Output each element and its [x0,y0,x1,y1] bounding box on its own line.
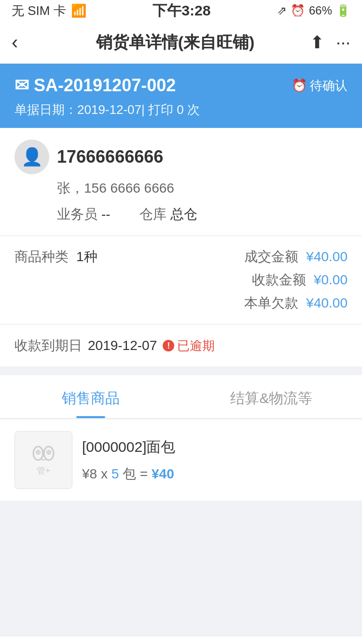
status-left: 无 SIM 卡 📶 [12,2,86,19]
avatar-icon: 👤 [21,147,43,167]
product-section: 管+ [0000002]面包 ¥8 x 5 包 = ¥40 [0,420,362,501]
tab-settlement[interactable]: 结算&物流等 [181,375,362,418]
location-icon: ⇗ [277,4,287,17]
svg-point-5 [48,451,50,453]
section-divider [0,367,362,375]
owed-row: 本单欠款 ¥40.00 [244,294,348,312]
warehouse-value: 总仓 [170,205,197,224]
overdue-badge: ! 已逾期 [163,337,215,354]
status-time: 下午3:28 [153,1,210,21]
bottom-button-area: 旺铺订单确认 [0,636,362,644]
product-type-label: 商品种类 [14,248,69,266]
amount-value: ¥40.00 [306,249,348,265]
received-label: 收款金额 [252,271,306,289]
due-section: 收款到期日 2019-12-07 ! 已逾期 [0,325,362,366]
tabs-container: 销售商品 结算&物流等 [0,375,362,419]
svg-point-4 [37,451,39,453]
product-price: ¥8 x 5 包 = ¥40 [82,465,348,483]
tab-products[interactable]: 销售商品 [0,375,181,418]
product-name: [0000002]面包 [82,437,348,457]
product-info: [0000002]面包 ¥8 x 5 包 = ¥40 [82,437,348,483]
customer-contact: 张，156 6666 6666 [14,179,348,197]
owed-value: ¥40.00 [306,295,348,311]
product-image: 管+ [14,431,72,489]
status-right: ⇗ ⏰ 66% 🔋 [277,4,350,17]
clock-icon: ⏰ [292,78,307,93]
salesman-meta: 业务员 -- [57,205,111,224]
page-title: 销货单详情(来自旺铺) [41,31,310,54]
customer-section: 👤 17666666666 张，156 6666 6666 业务员 -- 仓库 … [0,128,362,235]
received-row: 收款金额 ¥0.00 [252,271,348,289]
order-status: ⏰ 待确认 [292,77,348,94]
order-banner-top: ✉ SA-20191207-002 ⏰ 待确认 [14,75,348,96]
owed-label: 本单欠款 [244,294,298,312]
warehouse-meta: 仓库 总仓 [139,205,197,224]
wifi-icon: 📶 [71,3,86,18]
status-bar: 无 SIM 卡 📶 下午3:28 ⇗ ⏰ 66% 🔋 [0,0,362,21]
nav-actions: ⬆ ··· [310,32,350,53]
product-qty: 5 [111,466,119,481]
product-logo: 管+ [31,444,56,476]
product-type-value: 1种 [76,248,97,266]
share-button[interactable]: ⬆ [310,32,324,53]
stats-right: 成交金额 ¥40.00 收款金额 ¥0.00 本单欠款 ¥40.00 [244,248,348,312]
product-total: ¥40 [152,466,174,481]
equals-sign: = [140,466,152,481]
battery-icon: 🔋 [336,4,350,17]
price-unit: ¥8 [82,466,97,481]
customer-top: 👤 17666666666 [14,140,348,174]
unit-label: 包 [123,466,136,481]
order-date: 单据日期：2019-12-07| 打印 0 次 [14,101,348,118]
order-id: ✉ SA-20191207-002 [14,75,176,96]
more-button[interactable]: ··· [336,32,350,53]
amount-label: 成交金额 [244,248,298,266]
salesman-value: -- [101,207,111,222]
overdue-text: 已逾期 [177,337,215,354]
amount-row: 成交金额 ¥40.00 [244,248,348,266]
salesman-label: 业务员 [57,205,97,224]
overdue-icon: ! [163,340,174,351]
customer-phone: 17666666666 [57,147,163,167]
multiply-sign: x [101,466,111,481]
order-banner: ✉ SA-20191207-002 ⏰ 待确认 单据日期：2019-12-07|… [0,64,362,128]
due-date-value: 2019-12-07 [88,338,157,353]
stats-left: 商品种类 1种 [14,248,97,266]
owl-icon [31,444,56,463]
avatar: 👤 [14,140,49,174]
empty-area [0,501,362,636]
order-icon: ✉ [14,75,29,96]
sim-indicator: 无 SIM 卡 [12,2,66,19]
battery-indicator: 66% [309,4,332,17]
customer-meta: 业务员 -- 仓库 总仓 [14,205,348,224]
due-label: 收款到期日 [14,336,82,355]
product-logo-text: 管+ [37,465,51,476]
warehouse-label: 仓库 [139,205,167,224]
received-value: ¥0.00 [314,272,348,288]
nav-bar: ‹ 销货单详情(来自旺铺) ⬆ ··· [0,21,362,64]
back-button[interactable]: ‹ [12,31,41,53]
stats-section: 商品种类 1种 成交金额 ¥40.00 收款金额 ¥0.00 本单欠款 ¥40.… [0,236,362,324]
alarm-icon: ⏰ [291,4,305,17]
product-item: 管+ [0000002]面包 ¥8 x 5 包 = ¥40 [0,420,362,501]
